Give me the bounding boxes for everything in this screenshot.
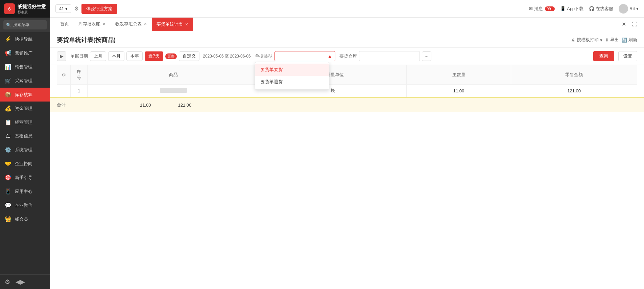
page-title: 要货单统计表(按商品) (57, 36, 116, 44)
date-btn-this-year[interactable]: 本年 (126, 51, 143, 61)
sidebar-item-operations[interactable]: 📋 经营管理 (0, 115, 50, 129)
inventory-icon: 📦 (5, 91, 11, 98)
date-btn-7days[interactable]: 近7天 (145, 51, 163, 61)
refresh-icon: 🔄 (622, 38, 627, 43)
custom-date-button[interactable]: 自定义 (179, 51, 199, 61)
filter-settings-button[interactable]: 设置 (618, 51, 637, 61)
tab-home[interactable]: 首页 (55, 18, 74, 31)
sidebar-item-label: 畅会员 (15, 216, 28, 222)
topbar-left: 41 ▾ ⚙ 体验行业方案 (55, 4, 525, 14)
sidebar-item-app-center[interactable]: 📱 应用中心 (0, 184, 50, 198)
footer-total-label: 合计 (57, 102, 66, 108)
app-download-button[interactable]: 📱 App下载 (560, 6, 583, 12)
tab-order-stats-close[interactable]: ✕ (185, 22, 188, 27)
tab-inventory-batch-close[interactable]: ✕ (102, 22, 106, 26)
search-icon: 🔍 (6, 23, 11, 27)
dropdown-item-label: 要货单要货 (261, 67, 283, 72)
type-filter-group: 单据类型 ▲ 要货单要货 要货单退货 (255, 51, 335, 61)
print-dropdown-icon: ▾ (600, 38, 602, 43)
user-avatar (619, 4, 628, 14)
tab-receive-summary[interactable]: 收发存汇总表 ✕ (111, 18, 152, 31)
dropdown-item-requisition[interactable]: 要货单要货 (255, 64, 329, 76)
messages-button[interactable]: ✉ 消息 99+ (529, 6, 555, 12)
sidebar: 6 畅捷通好生意 标准版 🔍 搜索菜单 ⚡ 快捷导航 📢 营销推广 📊 销售管理… (0, 0, 50, 289)
settings-footer-button[interactable]: ⚙ (5, 278, 10, 286)
sidebar-item-member[interactable]: 👑 畅会员 (0, 212, 50, 226)
sidebar-item-purchase[interactable]: 🛒 采购管理 (0, 74, 50, 88)
warehouse-more-button[interactable]: ··· (422, 51, 431, 61)
query-button[interactable]: 查询 (593, 51, 614, 61)
dropdown-item-label: 要货单退货 (261, 79, 283, 84)
row-settings-cell (57, 85, 71, 97)
sidebar-item-label: 资金管理 (15, 106, 32, 112)
dropdown-item-return[interactable]: 要货单退货 (255, 76, 329, 88)
sidebar-item-label: 快捷导航 (15, 36, 32, 42)
tabs-actions: ✕ ⛶ (620, 20, 639, 28)
wechat-icon: 💬 (5, 202, 11, 208)
tab-bar: 首页 库存批次账 ✕ 收发存汇总表 ✕ 要货单统计表 ✕ ✕ ⛶ (50, 18, 644, 31)
sidebar-item-marketing[interactable]: 📢 营销推广 (0, 46, 50, 60)
sidebar-item-label: 新手引导 (15, 175, 32, 181)
sidebar-item-inventory[interactable]: 📦 库存核算 (0, 88, 50, 102)
page: 要货单统计表(按商品) 🖨 按模板打印 ▾ ⬇ 导出 🔄 刷新 (50, 31, 644, 289)
user-avatar-area[interactable]: Rit ▾ (619, 4, 639, 14)
app-download-label: App下载 (567, 6, 583, 12)
footer-total-amount: 121.00 (178, 103, 192, 108)
print-button[interactable]: 🖨 按模板打印 ▾ (571, 37, 602, 43)
type-filter-label: 单据类型 (255, 53, 272, 59)
tab-inventory-batch-label: 库存批次账 (78, 21, 100, 27)
more-date-badge[interactable]: 更多 (165, 53, 177, 59)
online-service-button[interactable]: 🎧 在线客服 (589, 6, 613, 12)
warehouse-input[interactable] (359, 51, 420, 61)
basic-icon: 🗂 (5, 133, 11, 139)
col-header-settings[interactable]: ⚙ (57, 65, 71, 85)
warehouse-filter-label: 要货仓库 (339, 53, 357, 59)
quick-nav-icon: ⚡ (5, 36, 11, 42)
tab-close-all-button[interactable]: ✕ (620, 20, 628, 28)
purchase-icon: 🛒 (5, 77, 11, 84)
sidebar-item-label: 基础信息 (15, 133, 32, 139)
industry-button[interactable]: 体验行业方案 (81, 4, 117, 14)
table-section: ⚙ 序号 商品 主计量单位 主数量 零售金额 1 (50, 65, 644, 97)
member-icon: 👑 (5, 216, 11, 222)
type-select-arrow-up: ▲ (328, 53, 332, 59)
filter-expand-button[interactable]: ▶ (57, 51, 66, 61)
search-menu-button[interactable]: 🔍 搜索菜单 (3, 20, 47, 29)
sidebar-item-guide[interactable]: 🎯 新手引导 (0, 171, 50, 184)
guide-icon: 🎯 (5, 174, 11, 181)
product-name-blurred (160, 88, 187, 93)
sidebar-item-enterprise[interactable]: 🤝 企业协同 (0, 157, 50, 171)
message-icon: ✉ (529, 6, 533, 11)
finance-icon: 💰 (5, 105, 11, 112)
store-selector[interactable]: 41 ▾ (55, 4, 71, 13)
sidebar-item-basic[interactable]: 🗂 基础信息 (0, 129, 50, 143)
sidebar-item-quick-nav[interactable]: ⚡ 快捷导航 (0, 32, 50, 46)
sidebar-item-sales[interactable]: 📊 销售管理 (0, 60, 50, 74)
settings-gear-icon[interactable]: ⚙ (74, 5, 79, 12)
sidebar-item-finance[interactable]: 💰 资金管理 (0, 102, 50, 115)
refresh-button[interactable]: 🔄 刷新 (622, 37, 637, 43)
date-btn-this-month[interactable]: 本月 (108, 51, 124, 61)
online-service-label: 在线客服 (596, 6, 613, 12)
type-select[interactable]: ▲ (275, 51, 335, 61)
sidebar-item-label: 企业微信 (15, 202, 32, 208)
export-icon: ⬇ (605, 38, 609, 43)
col-header-qty: 主数量 (406, 65, 511, 85)
export-button[interactable]: ⬇ 导出 (605, 37, 619, 43)
tab-inventory-batch[interactable]: 库存批次账 ✕ (74, 18, 111, 31)
service-icon: 🎧 (589, 6, 594, 11)
sidebar-item-wechat[interactable]: 💬 企业微信 (0, 198, 50, 212)
collapse-footer-button[interactable]: ◀▶ (16, 278, 25, 286)
sidebar-item-label: 应用中心 (15, 188, 32, 195)
sidebar-item-label: 经营管理 (15, 119, 32, 126)
data-table: ⚙ 序号 商品 主计量单位 主数量 零售金额 1 (57, 65, 637, 97)
date-btn-last-month[interactable]: 上月 (90, 51, 106, 61)
type-dropdown: 要货单要货 要货单退货 (255, 62, 329, 90)
sidebar-item-system[interactable]: ⚙️ 系统管理 (0, 143, 50, 157)
sidebar-search-area[interactable]: 🔍 搜索菜单 (0, 18, 50, 32)
tab-order-stats[interactable]: 要货单统计表 ✕ (152, 18, 193, 31)
date-range-text: 2023-05-06 至 2023-06-06 (203, 53, 251, 59)
tab-expand-button[interactable]: ⛶ (630, 20, 639, 28)
topbar: 41 ▾ ⚙ 体验行业方案 ✉ 消息 99+ 📱 App下载 🎧 在线客服 R (50, 0, 644, 18)
tab-receive-summary-close[interactable]: ✕ (144, 22, 147, 26)
